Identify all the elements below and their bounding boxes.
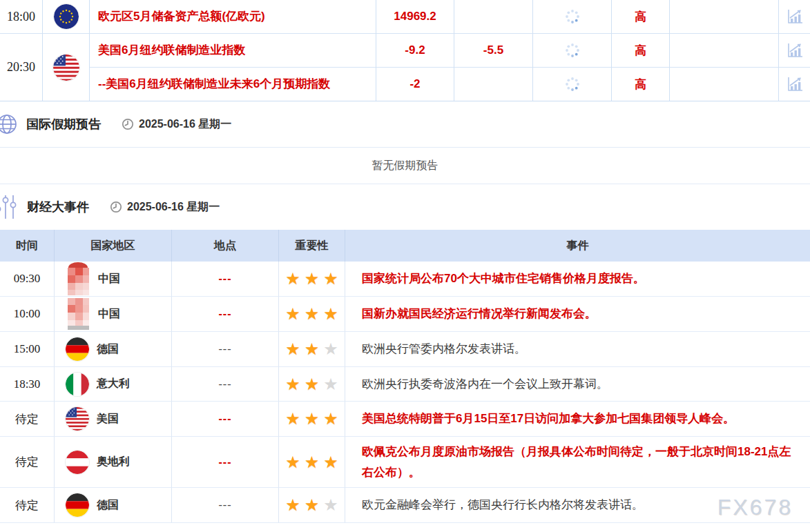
event-time: 待定 xyxy=(0,488,55,523)
flag-italy-icon xyxy=(66,373,89,396)
events-section-title: 财经大事件 xyxy=(27,199,89,215)
events-col-location: 地点 xyxy=(172,230,279,262)
econ-flag-cell xyxy=(43,34,90,101)
event-country-cell: 美国 xyxy=(55,402,172,437)
econ-event-cell: 美国6月纽约联储制造业指数 xyxy=(90,34,376,68)
event-description: 国新办就国民经济运行情况举行新闻发布会。 xyxy=(345,297,810,332)
econ-previous-cell: -9.2 xyxy=(376,34,454,68)
flag-china-censored-icon xyxy=(66,262,90,295)
econ-time: 18:00 xyxy=(7,10,35,24)
econ-time-cell: 20:30 xyxy=(0,34,43,101)
event-country-name: 中国 xyxy=(98,307,120,322)
event-time: 09:30 xyxy=(0,262,55,297)
holiday-section-header: 国际假期预告 2025-06-16 星期一 xyxy=(0,101,810,147)
loading-spinner-icon xyxy=(564,42,581,59)
loading-spinner-icon xyxy=(564,8,581,25)
flag-germany-icon xyxy=(66,493,89,517)
economic-data-table: 18:00 欧元区5月储备资产总额(亿欧元) 14969.2 高 xyxy=(0,0,810,101)
event-description: 欧佩克公布月度原油市场报告（月报具体公布时间待定，一般于北京时间18-21点左右… xyxy=(345,437,810,488)
econ-chart-cell[interactable] xyxy=(779,0,810,34)
event-location: --- xyxy=(219,273,232,285)
events-col-importance: 重要性 xyxy=(279,230,345,262)
importance-stars: ★★★ xyxy=(279,488,345,523)
flag-usa-icon xyxy=(53,55,79,81)
importance-stars: ★★★ xyxy=(279,437,345,488)
econ-event-cell: --美国6月纽约联储制造业未来6个月预期指数 xyxy=(90,68,376,101)
importance-stars: ★★★ xyxy=(279,297,345,332)
event-country-name: 德国 xyxy=(97,498,119,513)
importance-stars: ★★★ xyxy=(279,332,345,367)
clock-icon xyxy=(122,118,134,130)
chart-trend-icon[interactable] xyxy=(786,75,804,93)
event-location: --- xyxy=(219,499,232,511)
econ-previous-cell: 14969.2 xyxy=(376,0,454,34)
econ-importance: 高 xyxy=(635,43,646,59)
event-country-name: 意大利 xyxy=(97,377,130,391)
econ-importance-cell: 高 xyxy=(612,68,670,101)
event-location: --- xyxy=(219,378,232,391)
event-location: --- xyxy=(219,456,232,469)
econ-importance-cell: 高 xyxy=(612,0,670,34)
events-section-date: 2025-06-16 星期一 xyxy=(127,200,220,215)
events-table: 时间 国家地区 地点 重要性 事件 09:30 中国 --- ★★★ 国家统计局… xyxy=(0,230,810,523)
event-time: 15:00 xyxy=(0,332,55,367)
event-time: 18:30 xyxy=(0,367,55,402)
event-description: 欧洲央行管委内格尔发表讲话。 xyxy=(345,332,810,367)
event-time: 待定 xyxy=(0,402,55,437)
econ-chart-cell[interactable] xyxy=(779,68,810,101)
econ-importance-cell: 高 xyxy=(612,34,670,68)
globe-icon xyxy=(0,113,18,135)
fx678-watermark: FX678 xyxy=(717,495,793,520)
econ-chart-cell[interactable] xyxy=(779,34,810,68)
clock-icon xyxy=(110,201,122,213)
events-col-event: 事件 xyxy=(345,230,810,262)
event-country-name: 中国 xyxy=(98,272,120,286)
event-country-cell: 意大利 xyxy=(55,367,172,402)
events-col-region: 国家地区 xyxy=(55,230,172,262)
event-country-name: 奥地利 xyxy=(97,455,130,469)
econ-flag-cell xyxy=(43,0,90,34)
flag-china-censored-icon xyxy=(66,297,90,331)
event-description: 欧洲央行执委奇波洛内在一个会议上致开幕词。 xyxy=(345,367,810,402)
flag-austria-icon xyxy=(66,451,89,474)
chart-trend-icon[interactable] xyxy=(786,41,804,59)
event-description: 美国总统特朗普于6月15日至17日访问加拿大参加七国集团领导人峰会。 xyxy=(345,402,810,437)
event-country-cell: 德国 xyxy=(55,488,172,523)
econ-event-name: --美国6月纽约联储制造业未来6个月预期指数 xyxy=(98,77,330,91)
event-description: 国家统计局公布70个大中城市住宅销售价格月度报告。 xyxy=(345,262,810,297)
holiday-section-date: 2025-06-16 星期一 xyxy=(139,117,231,132)
sliders-icon xyxy=(0,194,19,220)
importance-stars: ★★★ xyxy=(279,367,345,402)
chart-trend-icon[interactable] xyxy=(786,8,804,26)
flag-usa-icon xyxy=(66,407,89,431)
loading-spinner-icon xyxy=(564,76,581,92)
econ-forecast-cell xyxy=(454,68,533,101)
econ-time-cell: 18:00 xyxy=(0,0,43,34)
flag-eurozone-icon xyxy=(54,4,79,29)
econ-forecast-value: -5.5 xyxy=(483,43,503,57)
econ-importance: 高 xyxy=(635,9,646,25)
econ-actual-cell xyxy=(533,34,612,68)
event-country-name: 美国 xyxy=(97,412,119,426)
event-time: 待定 xyxy=(0,437,55,488)
econ-effect-cell xyxy=(670,0,779,34)
econ-effect-cell xyxy=(670,34,779,68)
flag-germany-icon xyxy=(66,337,89,361)
econ-event-cell: 欧元区5月储备资产总额(亿欧元) xyxy=(90,0,376,34)
event-location: --- xyxy=(219,343,232,355)
econ-event-name: 美国6月纽约联储制造业指数 xyxy=(98,43,245,57)
event-country-cell: 中国 xyxy=(55,262,172,297)
holiday-section-title: 国际假期预告 xyxy=(26,116,101,132)
event-country-name: 德国 xyxy=(97,342,119,357)
econ-previous-cell: -2 xyxy=(376,68,454,101)
econ-event-name: 欧元区5月储备资产总额(亿欧元) xyxy=(98,10,265,23)
event-time: 10:00 xyxy=(0,297,55,332)
events-col-time: 时间 xyxy=(0,230,55,262)
event-country-cell: 奥地利 xyxy=(55,437,172,488)
events-section-header: 财经大事件 2025-06-16 星期一 xyxy=(0,184,810,230)
econ-time: 20:30 xyxy=(7,60,35,75)
econ-importance: 高 xyxy=(635,77,646,92)
econ-previous-value: -2 xyxy=(409,77,420,91)
econ-effect-cell xyxy=(670,68,779,101)
econ-previous-value: 14969.2 xyxy=(394,10,436,23)
